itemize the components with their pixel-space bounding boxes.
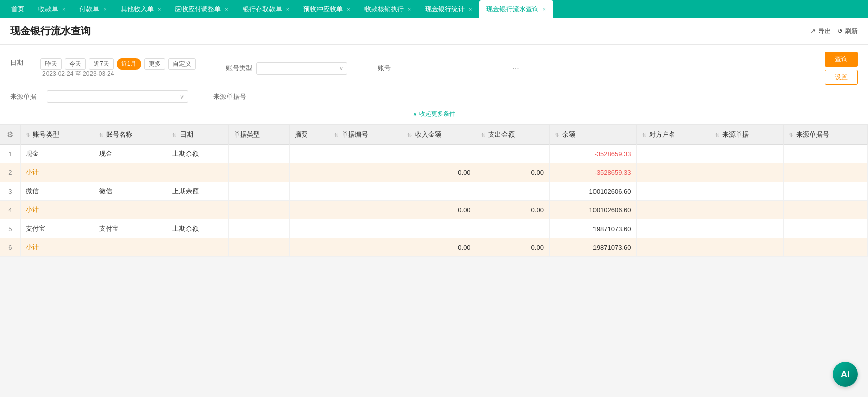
cell-summary — [290, 201, 329, 219]
cell-income: 0.00 — [402, 163, 476, 182]
account-type-filter: 账号类型 — [226, 62, 347, 75]
cell-doc-type — [229, 145, 290, 163]
cell-counterparty — [636, 145, 710, 163]
nav-prepay-close[interactable]: × — [347, 0, 350, 18]
gear-icon[interactable]: ⚙ — [7, 130, 13, 139]
data-table: ⚙ ⇅ 账号类型 ⇅ 账号名称 ⇅ 日期 单据类型 摘要 — [0, 125, 868, 257]
col-expense[interactable]: ⇅ 支出金额 — [476, 125, 549, 145]
nav-receipt-close[interactable]: × — [62, 0, 65, 18]
cell-account-type: 小计 — [20, 201, 94, 219]
nav-stats-close[interactable]: × — [469, 0, 472, 18]
cell-date — [167, 163, 229, 182]
nav-other-income-close[interactable]: × — [158, 0, 161, 18]
cell-balance: -3528659.33 — [549, 163, 636, 182]
cell-account-name: 现金 — [94, 145, 167, 163]
nav-home[interactable]: 首页 — [4, 0, 31, 18]
col-summary: 摘要 — [290, 125, 329, 145]
nav-prepay[interactable]: 预收冲应收单 × — [296, 0, 357, 18]
cell-account-type: 小计 — [20, 163, 94, 182]
nav-cashflow[interactable]: 现金银行流水查询 × — [479, 0, 553, 18]
date-btn-1month[interactable]: 近1月 — [117, 58, 142, 70]
cell-counterparty — [636, 219, 710, 238]
cell-counterparty — [636, 163, 710, 182]
settings-button[interactable]: 设置 — [825, 70, 858, 85]
cell-date — [167, 238, 229, 257]
cell-income — [402, 219, 476, 238]
date-btn-more[interactable]: 更多 — [144, 58, 165, 70]
col-account-name[interactable]: ⇅ 账号名称 — [94, 125, 167, 145]
cell-expense: 0.00 — [476, 201, 549, 219]
date-btn-7days[interactable]: 近7天 — [89, 58, 114, 70]
date-btn-today[interactable]: 今天 — [65, 58, 86, 70]
sort-counterparty-icon: ⇅ — [642, 132, 646, 138]
nav-verify[interactable]: 收款核销执行 × — [357, 0, 418, 18]
date-btn-yesterday[interactable]: 昨天 — [40, 58, 62, 70]
cell-counterparty — [636, 182, 710, 201]
nav-stats[interactable]: 现金银行统计 × — [418, 0, 479, 18]
table-row: 3 微信 微信 上期余额 100102606.60 — [0, 182, 868, 201]
cell-source-doc — [710, 238, 783, 257]
nav-verify-close[interactable]: × — [408, 0, 411, 18]
account-no-label: 账号 — [378, 64, 403, 73]
date-btn-custom[interactable]: 自定义 — [168, 58, 196, 70]
query-button[interactable]: 查询 — [825, 52, 858, 67]
nav-payment[interactable]: 付款单 × — [72, 0, 113, 18]
cell-doc-type — [229, 219, 290, 238]
nav-adjustment-close[interactable]: × — [225, 0, 228, 18]
date-range: 2023-02-24 至 2023-03-24 — [42, 70, 196, 78]
col-account-type[interactable]: ⇅ 账号类型 — [20, 125, 94, 145]
table-container: ⚙ ⇅ 账号类型 ⇅ 账号名称 ⇅ 日期 单据类型 摘要 — [0, 125, 868, 257]
col-counterparty[interactable]: ⇅ 对方户名 — [636, 125, 710, 145]
date-block: 昨天 今天 近7天 近1月 更多 自定义 2023-02-24 至 2023-0… — [40, 58, 196, 78]
export-button[interactable]: ↗ 导出 — [810, 27, 831, 36]
filter-row-source: 来源单据 来源单据号 — [10, 90, 858, 103]
cell-account-name — [94, 201, 167, 219]
nav-adjustment[interactable]: 应收应付调整单 × — [168, 0, 235, 18]
cell-balance: 19871073.60 — [549, 238, 636, 257]
account-no-input[interactable] — [407, 62, 508, 74]
collapse-button[interactable]: ∧ 收起更多条件 — [413, 110, 455, 118]
source-doc-select[interactable] — [47, 90, 188, 103]
nav-cashflow-close[interactable]: × — [543, 0, 546, 18]
sort-income-icon: ⇅ — [407, 132, 412, 138]
cell-balance: 100102606.60 — [549, 182, 636, 201]
col-config[interactable]: ⚙ — [0, 125, 20, 145]
cell-expense: 0.00 — [476, 163, 549, 182]
cell-income: 0.00 — [402, 201, 476, 219]
cell-source-doc-no — [784, 219, 868, 238]
table-header-row: ⚙ ⇅ 账号类型 ⇅ 账号名称 ⇅ 日期 单据类型 摘要 — [0, 125, 868, 145]
col-source-doc[interactable]: ⇅ 来源单据 — [710, 125, 783, 145]
col-balance[interactable]: ⇅ 余额 — [549, 125, 636, 145]
account-type-select[interactable] — [256, 62, 347, 75]
nav-bank-deposit-close[interactable]: × — [286, 0, 289, 18]
date-label: 日期 — [10, 58, 35, 67]
export-icon: ↗ — [810, 27, 816, 35]
col-doc-type: 单据类型 — [229, 125, 290, 145]
cell-seq: 4 — [0, 201, 20, 219]
col-doc-no[interactable]: ⇅ 单据编号 — [329, 125, 402, 145]
cell-counterparty — [636, 238, 710, 257]
cell-doc-no — [329, 182, 402, 201]
cell-source-doc — [710, 201, 783, 219]
nav-bank-deposit[interactable]: 银行存取款单 × — [236, 0, 296, 18]
account-no-dots[interactable]: ··· — [512, 64, 519, 73]
refresh-button[interactable]: ↺ 刷新 — [837, 27, 858, 36]
nav-other-income[interactable]: 其他收入单 × — [114, 0, 168, 18]
sort-account-type-icon: ⇅ — [26, 132, 30, 138]
table-row: 1 现金 现金 上期余额 -3528659.33 — [0, 145, 868, 163]
cell-source-doc-no — [784, 238, 868, 257]
sort-expense-icon: ⇅ — [481, 132, 485, 138]
cell-doc-type — [229, 182, 290, 201]
cell-summary — [290, 182, 329, 201]
nav-payment-close[interactable]: × — [103, 0, 106, 18]
cell-account-type: 微信 — [20, 182, 94, 201]
cell-account-name: 支付宝 — [94, 219, 167, 238]
col-source-doc-no[interactable]: ⇅ 来源单据号 — [784, 125, 868, 145]
cell-seq: 5 — [0, 219, 20, 238]
col-income[interactable]: ⇅ 收入金额 — [402, 125, 476, 145]
col-date[interactable]: ⇅ 日期 — [167, 125, 229, 145]
cell-account-type: 小计 — [20, 238, 94, 257]
sort-balance-icon: ⇅ — [555, 132, 559, 138]
source-doc-no-input[interactable] — [256, 91, 398, 102]
nav-receipt[interactable]: 收款单 × — [31, 0, 72, 18]
